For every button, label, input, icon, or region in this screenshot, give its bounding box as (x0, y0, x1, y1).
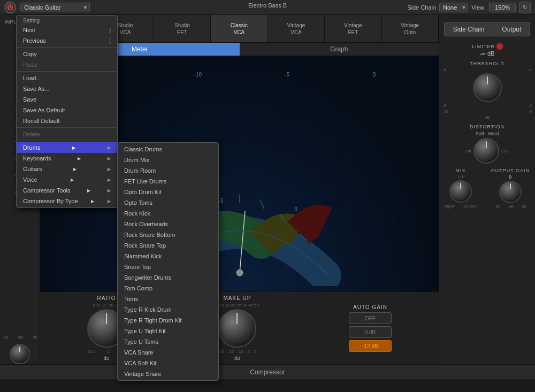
side-chain-section: Side Chain None ▼ View: 150% ↻ (407, 2, 531, 13)
svg-text:-5: -5 (218, 198, 223, 204)
svg-line-4 (260, 199, 264, 209)
tab-vintage-fet[interactable]: Vintage FET (325, 15, 381, 42)
submenu-type-r-tight[interactable]: Type R Tight Drum Kit (118, 315, 218, 326)
submenu-rock-overheads[interactable]: Rock Overheads (118, 219, 218, 229)
submenu-arrow-comptype-icon: ▶ (91, 199, 94, 204)
menu-separator-2 (17, 71, 117, 72)
menu-item-compressor-by-type[interactable]: Compressor By Type ▶ (17, 196, 117, 206)
preset-selector[interactable]: Classic Guitar (20, 3, 90, 12)
distortion-label: DISTORTION (470, 124, 505, 129)
submenu-arrow-voice-icon: ▶ (71, 178, 74, 182)
submenu-snare-top[interactable]: Snare Top (118, 262, 218, 272)
tab-classic-vca[interactable]: Classic VCA (211, 15, 268, 42)
side-chain-select[interactable]: None (439, 3, 468, 12)
submenu-type-r-kick[interactable]: Type R Kick Drum (118, 304, 218, 315)
auto-gain-off-btn[interactable]: OFF (349, 312, 392, 324)
menu-item-voice[interactable]: Voice ▶ (17, 174, 117, 185)
submenu-type-u-toms[interactable]: Type U Toms (118, 336, 218, 347)
tab-graph[interactable]: Graph (240, 43, 439, 56)
auto-gain-control: AUTO GAIN OFF 0 dB -12 dB (349, 304, 392, 352)
bottom-bar: Compressor (0, 364, 535, 379)
submenu-opto-drum-kit[interactable]: Opto Drum Kit (118, 187, 218, 197)
ratio-scale-top: 3 8 12 20 30 (93, 303, 120, 308)
distortion-off-label: Off (465, 149, 471, 153)
submenu-vca-soft-kit[interactable]: VCA Soft Kit (118, 358, 218, 368)
mix-output-row: MIX 1:1 Input Output OUTPUT GAIN 0 -30 d… (442, 168, 532, 209)
submenu-fet-live[interactable]: FET Live Drums (118, 176, 218, 187)
submenu-type-u-tight-kit[interactable]: Type U Tight Kit (118, 326, 218, 336)
menu-item-guitars[interactable]: Guitars ▶ (17, 164, 117, 174)
right-panel: Side Chain Output LIMITER -∞ dB THRESHOL… (439, 15, 535, 364)
output-gain-knob[interactable] (499, 181, 522, 203)
submenu-rock-snare-bottom[interactable]: Rock Snare Bottom (118, 229, 218, 240)
submenu-classic-drums[interactable]: Classic Drums (118, 144, 218, 155)
limiter-indicator (497, 44, 502, 49)
threshold-section: THRESHOLD -6 -4 -8 -2 -10 0 dB (442, 61, 532, 120)
submenu-drum-mix[interactable]: Drum Mix (118, 155, 218, 165)
limiter-header: LIMITER (472, 44, 502, 49)
makeup-knob[interactable] (218, 309, 256, 348)
view-percent[interactable]: 150% (489, 3, 516, 12)
cycle-icon[interactable]: ↻ (519, 2, 531, 13)
menu-item-previous[interactable]: Previous [ (17, 35, 117, 46)
dropdown-menu: Setting Next ] Previous [ Copy Paste Loa… (16, 15, 118, 208)
makeup-scale-top: 5 10 15 20 25 30 40 50 (216, 303, 259, 308)
output-gain-value: 0 (509, 174, 511, 180)
makeup-unit: dB (234, 356, 240, 361)
input-gain-knob[interactable] (10, 344, 30, 364)
submenu-rock-snare-top[interactable]: Rock Snare Top (118, 240, 218, 251)
auto-gain-0db-btn[interactable]: 0 dB (349, 326, 392, 338)
submenu-drum-room[interactable]: Drum Room (118, 165, 218, 176)
side-chain-btn[interactable]: Side Chain (444, 22, 494, 36)
ratio-label: RATIO (97, 295, 116, 301)
auto-gain-12db-btn[interactable]: -12 dB (349, 340, 392, 352)
menu-item-compressor-tools[interactable]: Compressor Tools ▶ (17, 185, 117, 196)
submenu-opto-toms[interactable]: Opto Toms (118, 197, 218, 208)
menu-item-save[interactable]: Save (17, 94, 117, 105)
output-gain-label: OUTPUT GAIN (491, 168, 530, 173)
menu-section-header: Setting (17, 17, 117, 25)
svg-text:0: 0 (294, 206, 297, 212)
distortion-options: Soft Hard (476, 131, 499, 136)
bottom-label: Compressor (250, 368, 285, 376)
threshold-label: THRESHOLD (470, 61, 505, 66)
top-bar: ⏻ Classic Guitar ▼ Side Chain None ▼ Vie… (0, 0, 535, 15)
menu-item-drums[interactable]: Drums ▶ Classic Drums Drum Mix Drum Room… (17, 142, 117, 153)
distortion-knob[interactable] (473, 138, 499, 164)
submenu-vca-snare[interactable]: VCA Snare (118, 347, 218, 358)
submenu-slammed-kick[interactable]: Slammed Kick (118, 251, 218, 262)
threshold-scale-bottom: -8 -2 (442, 103, 532, 108)
submenu-songwriter[interactable]: Songwriter Drums (118, 272, 218, 283)
submenu-arrow-comptools-icon: ▶ (87, 188, 90, 193)
mix-label: MIX (455, 168, 465, 173)
svg-point-13 (236, 270, 243, 276)
auto-gain-label: AUTO GAIN (353, 304, 387, 310)
input-gain-knob-group (10, 344, 30, 364)
distortion-knob-row: Off Clip (465, 138, 508, 164)
submenu-tom-comp[interactable]: Tom Comp (118, 283, 218, 294)
menu-item-keyboards[interactable]: Keyboards ▶ (17, 153, 117, 164)
menu-item-load[interactable]: Load... (17, 73, 117, 83)
submenu-toms[interactable]: Toms (118, 294, 218, 304)
makeup-control: MAKE UP 5 10 15 20 25 30 40 50 (216, 295, 259, 361)
tab-vintage-opto[interactable]: Vintage Opto (382, 15, 439, 42)
submenu-arrow-guitars-icon: ▶ (73, 167, 77, 172)
submenu-rock-kick[interactable]: Rock Kick (118, 208, 218, 219)
mix-knob[interactable] (449, 180, 472, 203)
output-btn[interactable]: Output (493, 22, 530, 36)
menu-item-recall-default[interactable]: Recall Default (17, 116, 117, 126)
menu-separator-4 (17, 141, 117, 141)
tab-studio-fet[interactable]: Studio FET (154, 15, 211, 42)
threshold-knob[interactable] (473, 73, 502, 102)
menu-item-save-default[interactable]: Save As Default (17, 105, 117, 116)
menu-item-next[interactable]: Next ] (17, 25, 117, 35)
threshold-scale-top: -6 -4 (442, 67, 532, 72)
menu-item-save-as[interactable]: Save As... (17, 83, 117, 94)
tab-vintage-vca[interactable]: Vintage VCA (268, 15, 325, 42)
distortion-section: DISTORTION Soft Hard Off Clip (442, 124, 532, 164)
output-gain-section: OUTPUT GAIN 0 -30 dB 30 (491, 168, 530, 209)
menu-item-copy[interactable]: Copy (17, 49, 117, 59)
power-button[interactable]: ⏻ (4, 2, 16, 13)
input-gain-bottom-scale: -30 dB 30 (0, 335, 40, 340)
submenu-vintage-snare[interactable]: Vintage Snare (118, 368, 218, 379)
